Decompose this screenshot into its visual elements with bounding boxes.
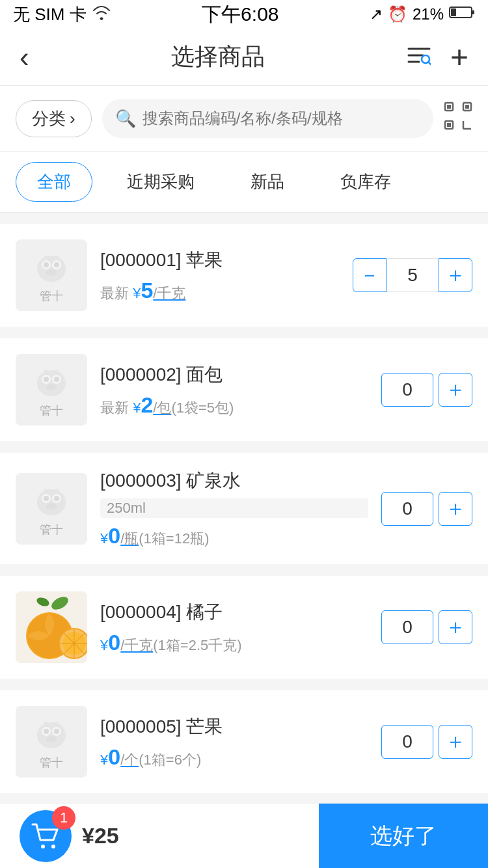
qty-plus-mango[interactable]: ＋ [439, 725, 472, 759]
wifi-icon [92, 5, 111, 25]
filter-row: 分类 › 🔍 [0, 86, 488, 152]
svg-point-65 [41, 845, 45, 848]
page-title: 选择商品 [171, 41, 265, 73]
tab-row: 全部 近期采购 新品 负库存 [0, 152, 488, 213]
sim-label: 无 SIM 卡 [13, 3, 87, 26]
svg-point-22 [46, 269, 57, 276]
tab-recent-label: 近期采购 [127, 172, 195, 191]
tab-negative-label: 负库存 [340, 172, 391, 191]
status-right: ↗ ⏰ 21% [370, 5, 475, 23]
product-spec-water: 250ml [100, 498, 368, 518]
status-time: 下午6:08 [202, 1, 278, 28]
svg-rect-13 [465, 105, 469, 109]
svg-point-32 [44, 496, 49, 501]
divider-p3 [0, 565, 488, 576]
nav-bar: ‹ 选择商品 + [0, 29, 488, 86]
qty-controls-water: ＋ [381, 492, 472, 526]
qty-controls-apple: － ＋ [353, 258, 472, 292]
product-item-orange: [0000004] 橘子 ¥0/千克(1箱=2.5千克) ＋ [0, 576, 488, 679]
tab-negative[interactable]: 负库存 [319, 162, 413, 202]
confirm-label: 选好了 [370, 821, 437, 851]
qty-input-water[interactable] [381, 492, 433, 526]
divider-p4 [0, 680, 488, 690]
product-info-bread: [0000002] 面包 最新 ¥2/包(1袋=5包) [100, 362, 368, 418]
tab-recent[interactable]: 近期采购 [105, 162, 216, 202]
search-input[interactable] [142, 109, 420, 128]
product-item-apple: 管十 [0000001] 苹果 最新 ¥5/千克 － ＋ [0, 224, 488, 327]
qty-input-orange[interactable] [381, 610, 433, 644]
svg-point-47 [37, 722, 66, 748]
product-price-water: ¥0/瓶(1箱=12瓶) [100, 523, 368, 549]
status-left: 无 SIM 卡 [13, 3, 111, 26]
product-price-mango: ¥0/个(1箱=6个) [100, 744, 368, 770]
confirm-button[interactable]: 选好了 [319, 804, 488, 869]
svg-point-26 [44, 377, 49, 382]
svg-point-33 [54, 496, 59, 501]
svg-point-17 [37, 256, 66, 282]
cart-area: 1 ¥25 [0, 810, 139, 862]
qty-controls-orange: ＋ [381, 610, 472, 644]
qty-plus-apple[interactable]: ＋ [439, 258, 472, 292]
product-price-orange: ¥0/千克(1箱=2.5千克) [100, 630, 368, 655]
svg-point-0 [100, 18, 103, 20]
svg-rect-12 [447, 105, 451, 109]
category-button[interactable]: 分类 › [16, 100, 92, 137]
brand-text: 管十 [40, 288, 63, 304]
svg-rect-2 [472, 10, 474, 14]
cart-icon-wrap[interactable]: 1 [20, 810, 72, 862]
add-button[interactable]: + [450, 39, 468, 75]
qty-input-apple[interactable] [386, 258, 439, 292]
product-name-apple: [0000001] 苹果 [100, 248, 340, 273]
product-thumb-water: 管十 [16, 473, 87, 545]
svg-point-20 [44, 262, 49, 267]
product-name-orange: [0000004] 橘子 [100, 600, 368, 625]
svg-point-23 [37, 370, 66, 396]
product-price-apple: 最新 ¥5/千克 [100, 278, 340, 303]
status-bar: 无 SIM 卡 下午6:08 ↗ ⏰ 21% [0, 0, 488, 29]
location-icon: ↗ [370, 5, 383, 23]
svg-point-29 [37, 489, 66, 515]
qty-plus-water[interactable]: ＋ [439, 492, 472, 526]
category-label: 分类 [32, 107, 66, 130]
product-info-mango: [0000005] 芒果 ¥0/个(1箱=6个) [100, 714, 368, 770]
qty-minus-apple[interactable]: － [353, 258, 386, 292]
product-info-orange: [0000004] 橘子 ¥0/千克(1箱=2.5千克) [100, 600, 368, 655]
product-thumb-bread: 管十 [16, 354, 87, 426]
svg-point-28 [46, 384, 57, 390]
chevron-right-icon: › [70, 109, 75, 129]
svg-point-66 [51, 845, 55, 848]
tab-new[interactable]: 新品 [229, 162, 306, 202]
tab-all[interactable]: 全部 [16, 162, 92, 202]
filter-icon[interactable] [407, 42, 431, 72]
svg-point-50 [44, 729, 49, 734]
scan-icon[interactable] [444, 102, 472, 136]
nav-actions: + [407, 39, 468, 75]
divider-p2 [0, 442, 488, 453]
svg-point-21 [54, 262, 59, 267]
battery-icon [449, 5, 475, 23]
bottom-bar: 1 ¥25 选好了 [0, 803, 488, 868]
qty-input-mango[interactable] [381, 725, 433, 759]
qty-controls-mango: ＋ [381, 725, 472, 759]
qty-input-bread[interactable] [381, 373, 433, 407]
svg-rect-3 [451, 8, 456, 16]
svg-point-51 [54, 729, 59, 734]
svg-rect-14 [447, 123, 451, 127]
product-info-apple: [0000001] 苹果 最新 ¥5/千克 [100, 248, 340, 303]
product-item-water: 管十 [0000003] 矿泉水 250ml ¥0/瓶(1箱=12瓶) ＋ [0, 453, 488, 564]
product-thumb-orange [16, 591, 87, 663]
owl-placeholder-2: 管十 [32, 361, 71, 418]
qty-plus-bread[interactable]: ＋ [439, 373, 472, 407]
back-button[interactable]: ‹ [20, 41, 29, 74]
product-name-mango: [0000005] 芒果 [100, 714, 368, 739]
qty-plus-orange[interactable]: ＋ [439, 610, 472, 644]
product-list: 管十 [0000001] 苹果 最新 ¥5/千克 － ＋ [0, 224, 488, 868]
svg-point-34 [46, 503, 57, 509]
product-name-water: [0000003] 矿泉水 [100, 468, 368, 493]
product-info-water: [0000003] 矿泉水 250ml ¥0/瓶(1箱=12瓶) [100, 468, 368, 549]
cart-total: ¥25 [82, 823, 119, 848]
qty-controls-bread: ＋ [381, 373, 472, 407]
search-icon: 🔍 [115, 109, 136, 129]
cart-badge: 1 [52, 806, 75, 830]
product-thumb-mango: 管十 [16, 706, 87, 778]
